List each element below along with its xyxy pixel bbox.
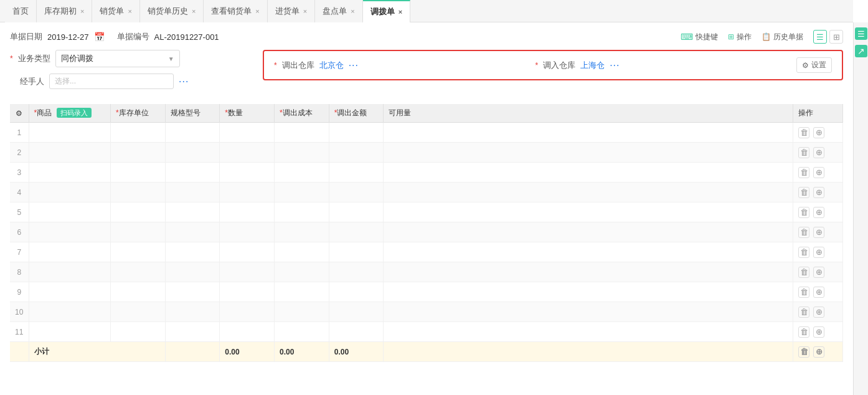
operation-btn[interactable]: ⊞ 操作 [728, 32, 752, 42]
subtotal-delete-btn[interactable]: 🗑 [798, 346, 809, 358]
row-quantity[interactable] [220, 222, 275, 242]
copy-row-btn[interactable]: ⊕ [813, 207, 824, 218]
copy-row-btn[interactable]: ⊕ [813, 247, 824, 258]
row-transfer-amount[interactable] [329, 143, 384, 163]
row-transfer-cost[interactable] [275, 183, 329, 202]
tab-transfer[interactable]: 调拨单 × [363, 0, 410, 22]
row-unit[interactable] [111, 123, 166, 143]
row-unit[interactable] [111, 282, 166, 302]
copy-row-btn[interactable]: ⊕ [813, 267, 824, 278]
row-transfer-amount[interactable] [329, 322, 384, 342]
row-product[interactable] [29, 242, 111, 262]
row-spec[interactable] [165, 302, 220, 322]
close-sales-order[interactable]: × [128, 7, 131, 15]
close-purchase[interactable]: × [303, 7, 307, 15]
close-sales-history[interactable]: × [192, 7, 196, 15]
delete-row-btn[interactable]: 🗑 [798, 227, 809, 238]
sidebar-list-icon[interactable]: ☰ [855, 27, 867, 40]
row-spec[interactable] [165, 163, 220, 183]
row-unit[interactable] [111, 143, 166, 163]
row-spec[interactable] [165, 183, 220, 202]
tab-inventory-init[interactable]: 库存期初 × [37, 0, 92, 22]
row-product[interactable] [29, 222, 111, 242]
row-transfer-amount[interactable] [329, 123, 384, 143]
row-unit[interactable] [111, 242, 166, 262]
row-product[interactable] [29, 143, 111, 163]
row-spec[interactable] [165, 123, 220, 143]
tab-sales-order[interactable]: 销货单 × [92, 0, 139, 22]
sidebar-export-icon[interactable]: ↗ [855, 45, 867, 57]
row-transfer-cost[interactable] [275, 322, 329, 342]
row-quantity[interactable] [220, 282, 275, 302]
row-quantity[interactable] [220, 163, 275, 183]
row-transfer-cost[interactable] [275, 123, 329, 143]
row-spec[interactable] [165, 242, 220, 262]
handler-more-btn[interactable]: ··· [179, 76, 189, 87]
row-unit[interactable] [111, 163, 166, 183]
row-unit[interactable] [111, 302, 166, 322]
row-transfer-cost[interactable] [275, 242, 329, 262]
delete-row-btn[interactable]: 🗑 [798, 127, 809, 138]
row-product[interactable] [29, 123, 111, 143]
delete-row-btn[interactable]: 🗑 [798, 207, 809, 218]
row-transfer-amount[interactable] [329, 222, 384, 242]
biz-type-select[interactable]: 同价调拨 ▼ [55, 50, 180, 67]
delete-row-btn[interactable]: 🗑 [798, 326, 809, 338]
handler-select[interactable]: 选择... [49, 74, 174, 89]
row-unit[interactable] [111, 222, 166, 242]
row-product[interactable] [29, 322, 111, 342]
copy-row-btn[interactable]: ⊕ [813, 287, 824, 298]
row-transfer-cost[interactable] [275, 282, 329, 302]
layout-grid-btn[interactable]: ⊞ [829, 30, 843, 44]
row-transfer-amount[interactable] [329, 163, 384, 183]
row-transfer-amount[interactable] [329, 183, 384, 202]
copy-row-btn[interactable]: ⊕ [813, 227, 824, 238]
layout-list-btn[interactable]: ☰ [813, 30, 827, 44]
copy-row-btn[interactable]: ⊕ [813, 147, 824, 158]
row-product[interactable] [29, 282, 111, 302]
row-unit[interactable] [111, 183, 166, 202]
calendar-icon[interactable]: 📅 [94, 32, 105, 42]
row-unit[interactable] [111, 202, 166, 222]
tab-view-sales[interactable]: 查看销货单 × [204, 0, 267, 22]
tab-purchase[interactable]: 进货单 × [268, 0, 315, 22]
row-transfer-cost[interactable] [275, 222, 329, 242]
copy-row-btn[interactable]: ⊕ [813, 326, 824, 338]
tab-sales-history[interactable]: 销货单历史 × [140, 0, 204, 22]
row-product[interactable] [29, 262, 111, 282]
subtotal-copy-btn[interactable]: ⊕ [813, 346, 824, 358]
row-transfer-cost[interactable] [275, 143, 329, 163]
history-btn[interactable]: 📋 历史单据 [762, 32, 803, 42]
row-transfer-amount[interactable] [329, 202, 384, 222]
row-product[interactable] [29, 202, 111, 222]
copy-row-btn[interactable]: ⊕ [813, 187, 824, 198]
row-product[interactable] [29, 183, 111, 202]
row-quantity[interactable] [220, 322, 275, 342]
shortcut-btn[interactable]: ⌨ 快捷键 [681, 32, 718, 42]
row-spec[interactable] [165, 262, 220, 282]
out-warehouse-more-btn[interactable]: ··· [349, 60, 359, 71]
close-transfer[interactable]: × [399, 8, 402, 16]
row-spec[interactable] [165, 222, 220, 242]
tab-home[interactable]: 首页 [5, 0, 37, 22]
row-transfer-cost[interactable] [275, 202, 329, 222]
row-transfer-amount[interactable] [329, 262, 384, 282]
row-transfer-amount[interactable] [329, 282, 384, 302]
delete-row-btn[interactable]: 🗑 [798, 247, 809, 258]
delete-row-btn[interactable]: 🗑 [798, 287, 809, 298]
copy-row-btn[interactable]: ⊕ [813, 307, 824, 318]
row-transfer-amount[interactable] [329, 302, 384, 322]
row-quantity[interactable] [220, 262, 275, 282]
row-transfer-cost[interactable] [275, 163, 329, 183]
delete-row-btn[interactable]: 🗑 [798, 167, 809, 178]
close-view-sales[interactable]: × [255, 7, 259, 15]
row-spec[interactable] [165, 202, 220, 222]
settings-button[interactable]: ⚙ 设置 [796, 57, 832, 73]
row-quantity[interactable] [220, 202, 275, 222]
row-transfer-amount[interactable] [329, 242, 384, 262]
copy-row-btn[interactable]: ⊕ [813, 167, 824, 178]
delete-row-btn[interactable]: 🗑 [798, 147, 809, 158]
row-transfer-cost[interactable] [275, 302, 329, 322]
row-unit[interactable] [111, 262, 166, 282]
scan-badge[interactable]: 扫码录入 [57, 108, 92, 118]
